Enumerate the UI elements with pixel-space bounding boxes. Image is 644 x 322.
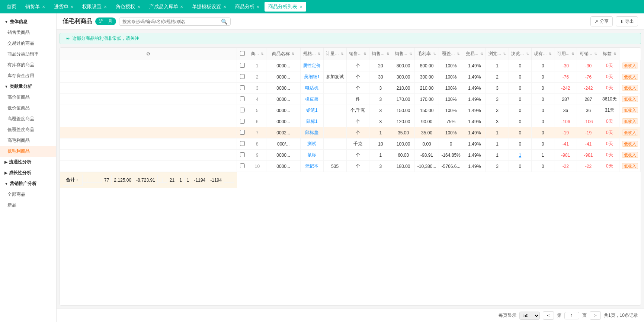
sidebar-item-all-products[interactable]: 全部商品 (0, 189, 56, 200)
cell-checkbox-4[interactable] (237, 105, 248, 116)
cell-browse1-8[interactable]: 1 (509, 150, 531, 161)
th-name: 商品名称 ⇅ (266, 48, 300, 60)
cell-checkbox-7[interactable] (237, 138, 248, 150)
cell-spec-8 (323, 150, 346, 161)
cell-unit-2: 个 (346, 83, 369, 94)
row-checkbox-8[interactable] (240, 152, 245, 157)
nav-role[interactable]: 角色授权 ✕ (112, 2, 144, 12)
cell-checkbox-8[interactable] (237, 150, 248, 161)
cell-tag-1: 低收入 (619, 71, 641, 83)
sidebar-group-contribution[interactable]: ▼ 类献量分析 (0, 81, 56, 92)
sidebar-item-in-stock[interactable]: 有库存的商品 (0, 60, 56, 70)
cell-browse1-7: 0 (509, 138, 531, 150)
next-page-button[interactable]: ＞ (590, 311, 601, 320)
nav-analysis-list[interactable]: 商品分析列表 ✕ (265, 2, 306, 12)
search-input[interactable] (122, 19, 221, 24)
sidebar-group-overall[interactable]: ▼ 整体信息 (0, 16, 56, 27)
sidebar-group-circulation[interactable]: ▶ 流通性分析 (0, 157, 56, 168)
th-tag: 标签 ⇅ (600, 48, 619, 60)
row-checkbox-7[interactable] (240, 141, 245, 146)
cell-name-4[interactable]: 铅笔1 (300, 105, 323, 116)
cell-sellable-0: 0天 (600, 60, 619, 71)
sidebar-item-high-coverage[interactable]: 高覆盖度商品 (0, 114, 56, 124)
nav-home[interactable]: 首页 (3, 2, 20, 12)
select-all-checkbox[interactable] (240, 51, 245, 56)
nav-close-template[interactable]: ✕ (223, 5, 226, 9)
search-icon[interactable]: 🔍 (221, 19, 227, 25)
cell-sales-price-8: 60.00 (392, 150, 415, 161)
sidebar-item-high-margin[interactable]: 高毛利商品 (0, 135, 56, 146)
page-number-input[interactable] (564, 312, 579, 319)
cell-name-5[interactable]: 鼠标1 (300, 116, 323, 127)
nav-close-permission[interactable]: ✕ (104, 5, 107, 9)
cell-num-7: 8 (248, 138, 266, 150)
sidebar-item-traded[interactable]: 交易过的商品 (0, 38, 56, 49)
export-button[interactable]: ⬇ 导出 (616, 16, 638, 26)
cell-checkbox-6[interactable] (237, 127, 248, 138)
row-checkbox-0[interactable] (240, 63, 245, 68)
nav-purchase[interactable]: 进货单 ✕ (50, 2, 77, 12)
cell-settings-6 (60, 127, 237, 138)
cell-checkbox-1[interactable] (237, 71, 248, 83)
nav-permission[interactable]: 权限设置 ✕ (79, 2, 110, 12)
sidebar-item-low-margin[interactable]: 低毛利商品 (0, 146, 56, 157)
cell-available-1: -76 (577, 71, 600, 83)
cell-settings-5 (60, 116, 237, 127)
row-checkbox-9[interactable] (240, 163, 245, 168)
row-checkbox-2[interactable] (240, 85, 245, 90)
nav-analysis[interactable]: 商品分析 ✕ (231, 2, 263, 12)
nav-close-sales[interactable]: ✕ (42, 5, 45, 9)
cell-name-6[interactable]: 鼠标垫 (300, 127, 323, 138)
sidebar-group-growth[interactable]: ▶ 成长性分析 (0, 168, 56, 178)
cell-checkbox-5[interactable] (237, 116, 248, 127)
cell-gross-rate-7: 0 (439, 138, 463, 150)
share-button[interactable]: ↗ 分享 (590, 16, 613, 26)
footer-sales-qty: 77 (102, 175, 112, 185)
page-info: 共1页，10条记录 (604, 312, 638, 319)
sidebar-item-low-value[interactable]: 低价值商品 (0, 103, 56, 114)
nav-template[interactable]: 单据模板设置 ✕ (188, 2, 230, 12)
row-checkbox-3[interactable] (240, 96, 245, 101)
nav-close-analysis-list[interactable]: ✕ (299, 5, 302, 9)
sidebar-item-low-coverage[interactable]: 低覆盖度商品 (0, 124, 56, 135)
cell-name-8[interactable]: 鼠标 (300, 150, 323, 161)
row-checkbox-1[interactable] (240, 74, 245, 79)
cell-checkbox-3[interactable] (237, 94, 248, 105)
nav-product-entry[interactable]: 产成品入库单 ✕ (145, 2, 187, 12)
sidebar-item-new-products[interactable]: 新品 (0, 200, 56, 211)
cell-name-3[interactable]: 橡皮擦 (300, 94, 323, 105)
cell-name-2[interactable]: 电话机 (300, 83, 323, 94)
cell-tag-6: 低收入 (619, 127, 641, 138)
nav-close-analysis[interactable]: ✕ (256, 5, 259, 9)
cell-checkbox-9[interactable] (237, 161, 248, 172)
th-settings[interactable]: ⚙ (60, 48, 237, 60)
sidebar-item-high-value[interactable]: 高价值商品 (0, 92, 56, 103)
cell-coverage-9: 1.49% (463, 161, 486, 172)
sidebar-group-marketing[interactable]: ▼ 营销推广分析 (0, 178, 56, 189)
cell-name-1[interactable]: 吴细细1 (300, 71, 323, 83)
sidebar-item-stock-funds[interactable]: 库存资金占用 (0, 70, 56, 81)
header-actions: ↗ 分享 ⬇ 导出 (590, 16, 638, 26)
sidebar-item-category-rate[interactable]: 商品分类助销率 (0, 49, 56, 60)
settings-icon[interactable]: ⚙ (146, 51, 150, 57)
nav-sales[interactable]: 销货单 ✕ (22, 2, 49, 12)
prev-page-button[interactable]: ＜ (543, 311, 554, 320)
page-size-select[interactable]: 50 100 200 (519, 312, 540, 320)
row-checkbox-4[interactable] (240, 108, 245, 112)
cell-name-7[interactable]: 测试 (300, 138, 323, 150)
row-checkbox-6[interactable] (240, 130, 245, 135)
cell-spec-9: 535 (323, 161, 346, 172)
footer-browse2: 1 (185, 175, 192, 185)
cell-checkbox-0[interactable] (237, 60, 248, 71)
cell-name-0[interactable]: 属性定价 (300, 60, 323, 71)
cell-name-9[interactable]: 笔记本 (300, 161, 323, 172)
footer-empty-unit (97, 178, 102, 183)
nav-close-purchase[interactable]: ✕ (70, 5, 73, 9)
cell-sales-amount-0: 800.00 (415, 60, 439, 71)
nav-close-role[interactable]: ✕ (137, 5, 140, 9)
row-checkbox-5[interactable] (240, 119, 245, 124)
nav-close-product-entry[interactable]: ✕ (180, 5, 183, 9)
cell-checkbox-2[interactable] (237, 83, 248, 94)
filter-recent-month-button[interactable]: 近一月 (95, 17, 116, 25)
sidebar-item-sales-products[interactable]: 销售类商品 (0, 27, 56, 38)
